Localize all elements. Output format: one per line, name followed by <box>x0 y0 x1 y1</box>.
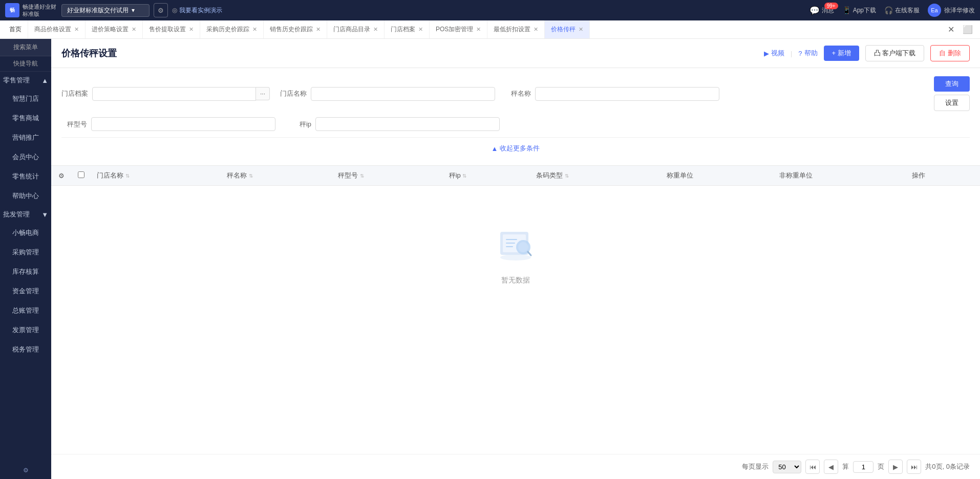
tab-min-discount[interactable]: 最低折扣设置 ✕ <box>487 20 545 39</box>
sidebar-item-retail-mall[interactable]: 零售商城 <box>0 108 51 128</box>
sidebar-item-invoice[interactable]: 发票管理 <box>0 320 51 340</box>
th-weight-unit: 称重单位 <box>661 166 774 186</box>
svg-line-5 <box>528 252 531 255</box>
avatar: Ea <box>928 4 941 17</box>
empty-state: 暂无数据 <box>51 186 980 316</box>
filter-label-scale-ip: 秤ip <box>286 120 311 129</box>
tab-product-price[interactable]: 商品价格设置 ✕ <box>28 20 86 39</box>
tab-store-file[interactable]: 门店档案 ✕ <box>385 20 430 39</box>
tab-close-product-price[interactable]: ✕ <box>74 26 79 33</box>
sidebar-item-purchase[interactable]: 采购管理 <box>0 243 51 262</box>
logo-icon: 畅 <box>5 3 19 17</box>
last-page-btn[interactable]: ⏭ <box>907 460 921 474</box>
sidebar-item-ledger[interactable]: 总账管理 <box>0 301 51 320</box>
tab-maximize-btn[interactable]: ⬜ <box>958 23 977 36</box>
table-container: ⚙ 门店名称 ⇅ 秤名称 ⇅ <box>51 166 980 454</box>
page-unit: 页 <box>878 462 884 471</box>
store-name-input[interactable] <box>311 87 495 101</box>
svg-point-4 <box>518 242 528 252</box>
sidebar-item-ecommerce[interactable]: 小畅电商 <box>0 223 51 243</box>
th-scale-name[interactable]: 秤名称 ⇅ <box>221 166 332 186</box>
message-action[interactable]: 💬 消息 99+ <box>809 6 834 15</box>
th-scale-ip[interactable]: 秤ip ⇅ <box>443 166 530 186</box>
sidebar-item-marketing[interactable]: 营销推广 <box>0 128 51 147</box>
next-page-btn[interactable]: ▶ <box>888 460 903 474</box>
table-area: ⚙ 门店名称 ⇅ 秤名称 ⇅ <box>51 166 980 479</box>
delete-button[interactable]: 自 删除 <box>930 45 970 61</box>
th-non-weight-unit: 非称重单位 <box>773 166 905 186</box>
query-button[interactable]: 查询 <box>934 76 970 92</box>
per-page-select[interactable]: 50 10 20 100 <box>773 461 801 473</box>
tab-store-catalog[interactable]: 门店商品目录 ✕ <box>327 20 385 39</box>
version-settings-icon[interactable]: ⚙ <box>154 3 168 17</box>
add-button[interactable]: + 新增 <box>824 46 859 61</box>
tab-bar-controls: ✕ ⬜ <box>944 23 977 36</box>
tab-sales-history[interactable]: 销售历史价跟踪 ✕ <box>264 20 327 39</box>
th-barcode-type[interactable]: 条码类型 ⇅ <box>530 166 660 186</box>
logo-text: 畅捷通好业财 标准版 <box>23 3 56 18</box>
collapse-row: ▲ 收起更多条件 <box>61 137 970 157</box>
message-badge: 99+ <box>824 3 838 9</box>
version-selector[interactable]: 好业财标准版交付试用 ▾ <box>61 4 150 17</box>
top-bar-center: 好业财标准版交付试用 ▾ ⚙ ◎ 我要看实例演示 <box>61 3 809 17</box>
sidebar-item-help[interactable]: 帮助中心 <box>0 186 51 206</box>
user-info[interactable]: Ea 徐泽华修改 <box>928 4 975 17</box>
tab-close-all-btn[interactable]: ✕ <box>944 23 958 36</box>
select-all-checkbox[interactable] <box>78 171 84 178</box>
prev-page-btn[interactable]: ◀ <box>824 460 838 474</box>
demo-link[interactable]: ◎ 我要看实例演示 <box>172 6 222 15</box>
settings-button[interactable]: 设置 <box>934 95 970 111</box>
filter-scale-model: 秤型号 <box>61 117 275 131</box>
th-scale-model[interactable]: 秤型号 ⇅ <box>332 166 443 186</box>
sidebar-item-smart-store[interactable]: 智慧门店 <box>0 89 51 108</box>
tab-close-purchase-history[interactable]: ✕ <box>252 26 257 33</box>
sidebar-item-inventory[interactable]: 库存核算 <box>0 262 51 281</box>
sidebar-item-retail-stats[interactable]: 零售统计 <box>0 167 51 186</box>
scale-model-input[interactable] <box>91 117 275 131</box>
empty-text: 暂无数据 <box>501 276 530 285</box>
help-link[interactable]: ? 帮助 <box>798 49 817 58</box>
pagination: 每页显示 50 10 20 100 ⏮ ◀ 算 页 ▶ ⏭ 共0页, 0条记录 <box>51 454 980 479</box>
sidebar-search[interactable]: 搜索菜单 <box>0 39 51 56</box>
sidebar-item-finance[interactable]: 资金管理 <box>0 281 51 301</box>
store-file-ellipsis-btn[interactable]: ··· <box>256 87 270 100</box>
download-button[interactable]: 凸 客户端下载 <box>865 45 925 61</box>
data-table: ⚙ 门店名称 ⇅ 秤名称 ⇅ <box>51 166 980 186</box>
filter-label-store-name: 门店名称 <box>280 89 307 98</box>
sidebar-section-wholesale[interactable]: 批发管理 ▼ <box>0 206 51 223</box>
filter-area: 门店档案 ··· 门店名称 秤名称 查询 <box>51 68 980 166</box>
tab-purchase-strategy[interactable]: 进价策略设置 ✕ <box>86 20 143 39</box>
tab-close-price-scale[interactable]: ✕ <box>579 26 583 33</box>
collapse-button[interactable]: ▲ 收起更多条件 <box>487 140 544 157</box>
page-input[interactable] <box>853 461 874 473</box>
sidebar-quick-nav[interactable]: 快捷导航 <box>0 56 51 72</box>
tab-close-sale-price[interactable]: ✕ <box>189 26 194 33</box>
tab-sale-price[interactable]: 售价提取设置 ✕ <box>143 20 200 39</box>
tab-close-sales-history[interactable]: ✕ <box>316 26 321 33</box>
first-page-btn[interactable]: ⏮ <box>805 460 820 474</box>
store-file-input[interactable] <box>92 87 256 101</box>
sidebar-item-member[interactable]: 会员中心 <box>0 147 51 167</box>
tab-purchase-history[interactable]: 采购历史价跟踪 ✕ <box>200 20 264 39</box>
tab-close-store-catalog[interactable]: ✕ <box>373 26 378 33</box>
filter-row-2: 秤型号 秤ip <box>61 117 970 131</box>
video-link[interactable]: ▶ 视频 <box>764 49 784 58</box>
scale-ip-input[interactable] <box>315 117 500 131</box>
filter-store-name: 门店名称 <box>280 87 495 101</box>
sidebar-settings-btn[interactable]: ⚙ <box>0 462 51 479</box>
tab-home[interactable]: 首页 <box>3 20 28 39</box>
app-download-action[interactable]: 📱 App下载 <box>842 6 876 15</box>
scale-name-input[interactable] <box>535 87 719 101</box>
tab-pos-encrypt[interactable]: POS加密管理 ✕ <box>430 20 487 39</box>
sidebar-item-tax[interactable]: 税务管理 <box>0 340 51 359</box>
th-settings[interactable]: ⚙ <box>51 166 72 186</box>
th-store-name[interactable]: 门店名称 ⇅ <box>91 166 221 186</box>
tab-close-pos-encrypt[interactable]: ✕ <box>476 26 481 33</box>
tab-close-purchase-strategy[interactable]: ✕ <box>132 26 136 33</box>
tab-close-min-discount[interactable]: ✕ <box>534 26 538 33</box>
tab-price-scale[interactable]: 价格传秤 ✕ <box>545 20 590 39</box>
main-layout: 搜索菜单 快捷导航 零售管理 ▲ 智慧门店 零售商城 营销推广 会员中心 零售统… <box>0 39 980 479</box>
tab-close-store-file[interactable]: ✕ <box>418 26 423 33</box>
online-service-action[interactable]: 🎧 在线客服 <box>884 6 920 15</box>
sidebar-section-retail[interactable]: 零售管理 ▲ <box>0 72 51 89</box>
